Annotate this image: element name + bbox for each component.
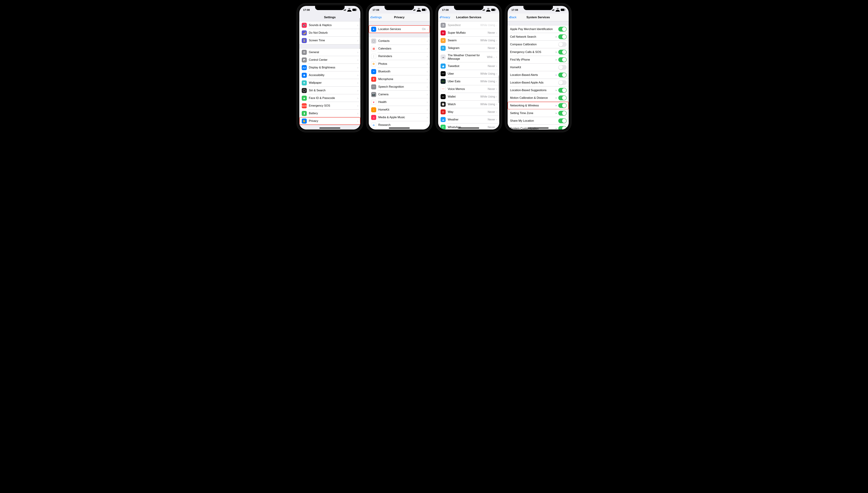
settings-row[interactable]: SOS Emergency SOS › [299,102,361,109]
settings-row[interactable]: Location-Based Alerts ➤ [507,71,569,79]
settings-row[interactable]: ♥ Health › [369,98,430,106]
settings-row[interactable]: Share My Location [507,117,569,125]
content[interactable]: ➤ Location Services On› ◯ Contacts › ▦ C… [369,21,430,129]
toggle-switch[interactable] [558,126,567,129]
row-detail: While Using [480,103,495,106]
back-button[interactable]: ‹Back [509,16,517,19]
content[interactable]: 🔊 Sounds & Haptics › 🌙 Do Not Disturb › … [299,21,361,129]
row-icon: ⏳ [302,38,307,43]
row-label: Calendars [378,45,427,52]
settings-row[interactable]: Ⓐ iTunes & App Store › [299,129,361,129]
settings-row[interactable]: ⚙︎ General › [299,48,361,56]
content[interactable]: ◔ Speedtest While Using› M Super Muffato… [438,21,499,129]
row-icon: 〰 [440,86,446,91]
settings-row[interactable]: ☁ Weather Never› [438,116,499,124]
settings-row[interactable]: ▦ Calendars › [369,45,430,52]
settings-row[interactable]: ◯ Contacts › [369,37,430,45]
settings-row[interactable]: 📷 Camera › [369,91,430,98]
toggle-switch[interactable] [558,27,567,31]
chevron-icon: › [427,85,428,89]
scrollbar[interactable] [360,18,360,49]
settings-row[interactable]: 🎙 Microphone › [369,76,430,83]
toggle-switch[interactable] [558,72,567,78]
toggle-switch[interactable] [558,65,567,70]
settings-row[interactable]: ◔ Speedtest While Using› [438,21,499,29]
settings-row[interactable]: Networking & Wireless ➤ [507,102,569,109]
settings-row[interactable]: Cell Network Search ➤ [507,33,569,41]
battery-icon [561,9,565,11]
settings-row[interactable]: 🌙 Do Not Disturb › [299,29,361,37]
back-button[interactable]: ‹Settings [370,16,382,19]
back-button[interactable]: ‹Privacy [439,16,450,19]
chevron-icon: › [427,78,428,81]
toggle-switch[interactable] [558,80,567,85]
settings-row[interactable]: Location-Based Suggestions ➤ [507,86,569,94]
row-label: Microphone [378,76,427,83]
settings-row[interactable]: ✿ Photos › [369,60,430,68]
settings-row[interactable]: HomeKit [507,64,569,71]
nav-title: Settings [324,16,335,19]
settings-row[interactable]: ⌂ HomeKit › [369,106,430,113]
settings-row[interactable]: ☁ The Weather Channel for iMessage Whil…… [438,52,499,62]
chevron-icon: › [427,39,428,43]
toggle-switch[interactable] [558,95,567,100]
settings-row[interactable]: Setting Time Zone ➤ [507,109,569,117]
toggle-switch[interactable] [558,50,567,55]
settings-row[interactable]: Eats Uber Eats While Using› [438,78,499,85]
settings-row[interactable]: ⌚ Watch While Using› [438,101,499,108]
scrollbar[interactable] [498,76,499,103]
nav-title: Privacy [394,16,405,19]
settings-row[interactable]: ◯ Siri & Search › [299,87,361,94]
chevron-icon: › [496,23,497,27]
settings-row[interactable]: ✆ WhatsApp Never› [438,124,499,129]
settings-row[interactable]: Emergency Calls & SOS ➤ [507,48,569,56]
settings-row[interactable]: 〰 Speech Recognition › [369,83,430,91]
settings-row[interactable]: ▭ Wallet While Using› [438,93,499,101]
settings-row[interactable]: 🔊 Sounds & Haptics › [299,21,361,29]
toggle-switch[interactable] [558,119,567,123]
row-label: Location-Based Alerts [510,71,555,79]
settings-row[interactable]: ☻ Face ID & Passcode › [299,94,361,102]
settings-row[interactable]: ⋮ Reminders › [369,52,430,60]
settings-row[interactable]: ✈ Telegram Never› [438,44,499,52]
settings-row[interactable]: ♫ Media & Apple Music › [369,113,430,121]
toggle-switch[interactable] [558,57,567,62]
settings-row[interactable]: ⏳ Screen Time › [299,37,361,44]
settings-row[interactable]: ◩ Control Center › [299,56,361,64]
settings-row[interactable]: ⊙ Way Never› [438,108,499,116]
row-icon: ☀ [440,38,446,43]
settings-row[interactable]: ◕ Tweetbot Never› [438,62,499,70]
settings-row[interactable]: ▣ Files and Folders › [369,129,430,129]
toggle-switch[interactable] [558,35,567,39]
settings-row[interactable]: AA Display & Brightness › [299,64,361,71]
toggle-switch[interactable] [558,111,567,115]
settings-row[interactable]: ❀ Wallpaper › [299,79,361,87]
settings-row[interactable]: Motion Calibration & Distance ➤ [507,94,569,102]
chevron-icon: › [357,104,358,108]
settings-row[interactable]: ⌖ Bluetooth › [369,68,430,76]
row-icon: ⚙︎ [302,50,307,55]
row-icon: 🔊 [302,23,307,28]
settings-row[interactable]: Compass Calibration [507,41,569,48]
settings-row[interactable]: M Super Muffato Never› [438,29,499,37]
settings-row[interactable]: System Customization ➤ [507,125,569,129]
settings-row[interactable]: Apple Pay Merchant Identification [507,25,569,33]
settings-row[interactable]: ➤ Location Services On› [369,25,430,33]
toggle-switch[interactable] [558,88,567,93]
chevron-icon: › [496,80,497,83]
settings-row[interactable]: ✋ Privacy › [299,117,361,125]
toggle-switch[interactable] [558,103,567,108]
settings-row[interactable]: ◉ Accessibility › [299,71,361,79]
settings-row[interactable]: ▮ Battery › [299,109,361,117]
settings-row[interactable]: Uber Uber While Using› [438,70,499,78]
settings-row[interactable]: Location-Based Apple Ads [507,79,569,86]
row-label: System Customization [510,125,555,129]
settings-row[interactable]: ☀ Swarm While Using› [438,37,499,44]
settings-row[interactable]: Find My iPhone ➤ [507,56,569,64]
chevron-icon: › [427,70,428,73]
row-label: Way [448,108,487,115]
settings-row[interactable]: 〰 Voice Memos Never› [438,85,499,93]
toggle-switch[interactable] [558,42,567,47]
nav-title: System Services [526,16,550,19]
content[interactable]: Apple Pay Merchant Identification Cell N… [507,21,569,129]
